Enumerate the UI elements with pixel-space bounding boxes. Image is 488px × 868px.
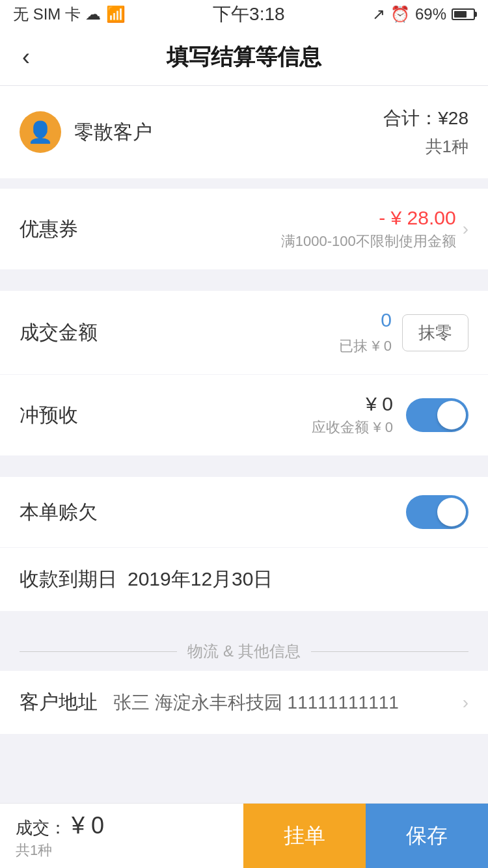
hold-button[interactable]: 挂单 — [243, 804, 366, 868]
precollect-right: ¥ 0 应收金额 ¥ 0 — [312, 393, 468, 437]
due-date-label: 收款到期日 — [20, 566, 117, 593]
tx-col: 0 已抹 ¥ 0 — [339, 309, 392, 356]
location-icon: ↗ — [372, 5, 385, 23]
due-date-value: 2019年12月30日 — [128, 566, 273, 593]
address-label: 客户地址 — [20, 689, 98, 716]
round-button[interactable]: 抹零 — [402, 314, 468, 351]
logistics-divider-line: 物流 & 其他信息 — [0, 641, 488, 662]
status-right: ↗ ⏰ 69% — [372, 5, 475, 23]
status-left: 无 SIM 卡 ☁ 📶 — [13, 4, 126, 25]
debt-toggle-knob — [437, 498, 466, 526]
logistics-text: 物流 & 其他信息 — [187, 641, 300, 662]
address-section[interactable]: 客户地址 张三 海淀永丰科技园 11111111111 › — [0, 671, 488, 734]
status-bar: 无 SIM 卡 ☁ 📶 下午3:18 ↗ ⏰ 69% — [0, 0, 488, 29]
customer-total: 合计：¥28 共1种 — [383, 104, 468, 160]
bottom-bar: 成交： ¥ 0 共1种 挂单 保存 — [0, 803, 488, 868]
customer-section: 👤 零散客户 合计：¥28 共1种 — [0, 86, 488, 178]
transaction-row: 成交金额 0 已抹 ¥ 0 抹零 — [0, 291, 488, 375]
precollect-label: 冲预收 — [20, 402, 312, 429]
debt-toggle[interactable] — [406, 495, 468, 529]
coupon-right: - ¥ 28.00 满1000-100不限制使用金额 › — [281, 207, 468, 251]
divider-1 — [0, 280, 488, 291]
due-date-row: 收款到期日 2019年12月30日 — [0, 547, 488, 611]
precollect-val-col: ¥ 0 应收金额 ¥ 0 — [312, 393, 393, 437]
coupon-value-block: - ¥ 28.00 满1000-100不限制使用金额 — [281, 207, 456, 251]
precollect-toggle[interactable] — [406, 398, 468, 432]
transaction-label: 成交金额 — [20, 319, 339, 346]
bottom-summary-amount: ¥ 0 — [72, 812, 104, 839]
total-count: 共1种 — [383, 133, 468, 161]
chevron-right-icon: › — [463, 219, 468, 239]
wifi-icon: 📶 — [106, 5, 126, 23]
debt-label: 本单赊欠 — [20, 499, 406, 526]
divider-line-right — [311, 651, 468, 652]
person-icon: 👤 — [27, 120, 53, 144]
address-row[interactable]: 客户地址 张三 海淀永丰科技园 11111111111 › — [0, 671, 488, 734]
customer-row: 👤 零散客户 合计：¥28 共1种 — [0, 86, 488, 178]
total-amount: 合计：¥28 — [383, 104, 468, 133]
battery-percent: 69% — [415, 5, 446, 23]
bottom-summary-label: 成交： — [16, 817, 66, 839]
alarm-icon: ⏰ — [390, 5, 410, 23]
customer-avatar: 👤 — [20, 111, 61, 153]
customer-name: 零散客户 — [74, 119, 383, 146]
debt-section: 本单赊欠 收款到期日 2019年12月30日 — [0, 477, 488, 611]
battery-icon — [452, 8, 475, 20]
save-button[interactable]: 保存 — [366, 804, 488, 868]
transaction-sub: 已抹 ¥ 0 — [339, 336, 392, 356]
precollect-row: 冲预收 ¥ 0 应收金额 ¥ 0 — [0, 375, 488, 456]
divider-line-left — [20, 651, 177, 652]
status-time: 下午3:18 — [213, 2, 285, 27]
bottom-summary-count: 共1种 — [16, 841, 228, 860]
bottom-summary-top: 成交： ¥ 0 — [16, 812, 228, 839]
precollect-amount: ¥ 0 — [312, 393, 393, 415]
coupon-desc: 满1000-100不限制使用金额 — [281, 232, 456, 251]
page-title: 填写结算等信息 — [167, 42, 321, 72]
divider-2 — [0, 467, 488, 477]
transaction-amount: 0 — [381, 309, 392, 331]
content-area: 👤 零散客户 合计：¥28 共1种 优惠券 - ¥ 28.00 满1000-10… — [0, 86, 488, 837]
address-value: 张三 海淀永丰科技园 11111111111 — [113, 690, 463, 715]
precollect-sub: 应收金额 ¥ 0 — [312, 418, 393, 437]
transaction-right: 0 已抹 ¥ 0 抹零 — [339, 309, 468, 356]
logistics-divider: 物流 & 其他信息 — [0, 632, 488, 671]
signal-text: 无 SIM 卡 ☁ — [13, 4, 101, 25]
divider-3 — [0, 621, 488, 632]
back-button[interactable]: ‹ — [16, 37, 36, 77]
coupon-label: 优惠券 — [20, 216, 281, 243]
bottom-spacer — [0, 744, 488, 765]
debt-row: 本单赊欠 — [0, 477, 488, 547]
transaction-section: 成交金额 0 已抹 ¥ 0 抹零 冲预收 ¥ 0 应收金额 ¥ 0 — [0, 291, 488, 456]
toggle-knob — [437, 401, 466, 429]
coupon-amount: - ¥ 28.00 — [281, 207, 456, 229]
bottom-summary: 成交： ¥ 0 共1种 — [0, 804, 243, 868]
address-chevron-icon: › — [463, 692, 468, 713]
nav-bar: ‹ 填写结算等信息 — [0, 29, 488, 86]
coupon-row[interactable]: 优惠券 - ¥ 28.00 满1000-100不限制使用金额 › — [0, 189, 488, 270]
coupon-section[interactable]: 优惠券 - ¥ 28.00 满1000-100不限制使用金额 › — [0, 189, 488, 270]
